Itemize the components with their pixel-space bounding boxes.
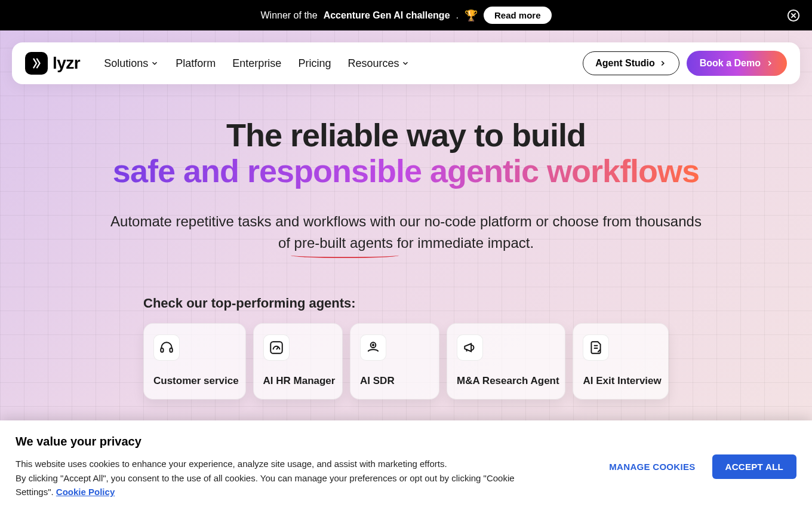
cookie-title: We value your privacy (16, 435, 585, 449)
hero-sub-underline: pre-built agents (294, 232, 393, 254)
manage-cookies-button[interactable]: MANAGE COOKIES (609, 462, 695, 472)
cookie-policy-link[interactable]: Cookie Policy (56, 487, 115, 497)
chevron-down-icon (401, 59, 410, 67)
svg-rect-1 (161, 348, 163, 352)
close-banner-button[interactable] (787, 9, 800, 22)
agent-label: Customer service (153, 375, 236, 387)
banner-highlight: Accenture Gen AI challenge (324, 10, 450, 21)
agent-label: AI SDR (360, 375, 429, 387)
banner-suffix: . (456, 10, 459, 21)
svg-rect-3 (270, 342, 282, 354)
hero-line1: The reliable way to build (226, 117, 586, 153)
hand-coin-icon (360, 334, 386, 361)
logo-mark-icon (25, 52, 48, 75)
chevron-right-icon (765, 59, 774, 67)
agent-label: AI Exit Interview (583, 375, 659, 387)
cookie-banner: We value your privacy This website uses … (0, 420, 812, 513)
svg-rect-2 (170, 348, 172, 352)
trophy-icon: 🏆 (465, 9, 478, 22)
hero-line2: safe and responsible agentic workflows (113, 153, 699, 189)
chevron-down-icon (150, 59, 159, 67)
hero-subtitle: Automate repetitive tasks and workflows … (107, 211, 705, 254)
book-demo-button[interactable]: Book a Demo (687, 51, 787, 76)
accept-all-button[interactable]: ACCEPT ALL (712, 454, 796, 479)
banner-prefix: Winner of the (260, 10, 317, 21)
agent-card-exit-interview[interactable]: AI Exit Interview (573, 323, 669, 400)
agents-title: Check our top-performing agents: (143, 296, 669, 311)
agent-studio-button[interactable]: Agent Studio (583, 51, 679, 75)
megaphone-icon (457, 334, 483, 361)
brand-logo[interactable]: lyzr (25, 52, 80, 75)
agent-label: M&A Research Agent (457, 375, 555, 387)
cookie-text-1: This website uses cookies to enhance you… (16, 459, 447, 469)
nav-solutions-label: Solutions (104, 57, 148, 70)
gauge-icon (263, 334, 290, 361)
navbar: lyzr Solutions Platform Enterprise Prici… (12, 42, 800, 84)
announcement-banner: Winner of the Accenture Gen AI challenge… (0, 0, 812, 30)
agent-card-sdr[interactable]: AI SDR (350, 323, 439, 400)
nav-resources[interactable]: Resources (347, 57, 410, 70)
agents-row: Customer service AI HR Manager AI SDR (143, 323, 669, 400)
nav-platform[interactable]: Platform (176, 57, 216, 70)
nav-solutions[interactable]: Solutions (104, 57, 159, 70)
agent-label: AI HR Manager (263, 375, 333, 387)
book-demo-label: Book a Demo (700, 58, 761, 69)
agent-card-ma-research[interactable]: M&A Research Agent (447, 323, 565, 400)
agent-studio-label: Agent Studio (595, 58, 655, 69)
read-more-button[interactable]: Read more (484, 7, 552, 24)
agent-card-hr-manager[interactable]: AI HR Manager (253, 323, 343, 400)
document-edit-icon (583, 334, 609, 361)
agent-card-customer-service[interactable]: Customer service (143, 323, 246, 400)
brand-name: lyzr (53, 54, 80, 73)
nav-pricing[interactable]: Pricing (298, 57, 331, 70)
hero-headline: The reliable way to build safe and respo… (48, 117, 764, 189)
nav-enterprise[interactable]: Enterprise (232, 57, 281, 70)
headset-icon (153, 334, 180, 361)
hero: The reliable way to build safe and respo… (0, 117, 812, 450)
hero-sub-post: for immediate impact. (393, 235, 534, 251)
chevron-right-icon (659, 59, 667, 67)
nav-resources-label: Resources (347, 57, 399, 70)
close-icon (787, 9, 800, 22)
